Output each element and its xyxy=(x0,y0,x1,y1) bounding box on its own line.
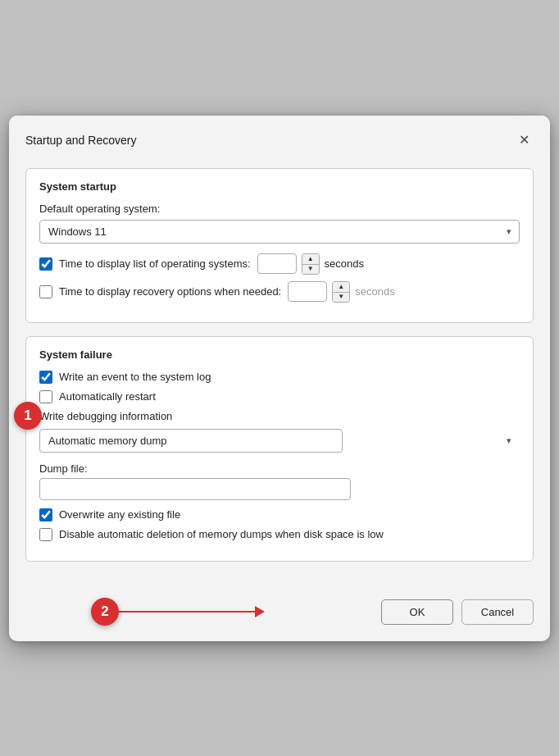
overwrite-checkbox[interactable] xyxy=(39,508,52,521)
display-list-up-button[interactable]: ▲ xyxy=(302,254,319,264)
display-list-down-button[interactable]: ▼ xyxy=(302,264,319,274)
dump-file-label: Dump file: xyxy=(39,462,520,475)
dump-select-wrapper: Automatic memory dump Complete memory du… xyxy=(39,429,520,453)
recovery-spinner-buttons: ▲ ▼ xyxy=(332,281,350,303)
disable-delete-checkbox[interactable] xyxy=(39,528,52,541)
recovery-input[interactable]: 30 xyxy=(288,281,327,302)
overwrite-row: Overwrite any existing file xyxy=(39,508,520,521)
disable-delete-row: Disable automatic deletion of memory dum… xyxy=(39,528,520,541)
write-event-row: Write an event to the system log xyxy=(39,371,520,384)
write-event-checkbox[interactable] xyxy=(39,371,52,384)
default-os-label: Default operating system: xyxy=(39,203,520,215)
title-bar: Startup and Recovery ✕ xyxy=(9,116,550,160)
recovery-down-button[interactable]: ▼ xyxy=(333,292,349,302)
overwrite-label[interactable]: Overwrite any existing file xyxy=(59,508,180,521)
auto-restart-checkbox[interactable] xyxy=(39,390,52,403)
system-failure-section: System failure Write an event to the sys… xyxy=(25,336,534,562)
close-button[interactable]: ✕ xyxy=(511,127,537,153)
display-list-row: Time to display list of operating system… xyxy=(39,253,520,275)
ok-button[interactable]: OK xyxy=(381,599,453,625)
dump-file-input[interactable]: %SystemRoot%\MEMORY.DMP xyxy=(39,478,351,500)
recovery-options-checkbox[interactable] xyxy=(39,285,52,298)
display-list-input[interactable]: 30 xyxy=(257,253,297,274)
recovery-unit: seconds xyxy=(355,285,394,298)
annotation-arrow-head xyxy=(255,606,265,617)
auto-restart-label[interactable]: Automatically restart xyxy=(59,390,156,403)
disable-delete-label[interactable]: Disable automatic deletion of memory dum… xyxy=(59,528,384,540)
dump-select-arrow-icon: ▾ xyxy=(507,435,511,446)
dialog-body: System startup Default operating system:… xyxy=(9,160,550,591)
annotation-2-circle: 2 xyxy=(91,598,119,626)
debug-info-label: Write debugging information xyxy=(39,410,520,422)
annotation-1-circle: 1 xyxy=(14,402,42,430)
annotation-2-container: 2 xyxy=(91,606,265,617)
cancel-button[interactable]: Cancel xyxy=(461,599,534,625)
dialog-footer: 2 OK Cancel xyxy=(9,591,550,641)
display-list-spinner-buttons: ▲ ▼ xyxy=(302,253,320,275)
startup-recovery-dialog: Startup and Recovery ✕ System startup De… xyxy=(9,116,550,641)
display-list-checkbox[interactable] xyxy=(39,257,52,271)
display-list-spinner: 30 ▲ ▼ seconds xyxy=(257,253,364,275)
auto-restart-row: Automatically restart xyxy=(39,390,520,403)
system-startup-label: System startup xyxy=(39,180,520,193)
os-select-wrapper: Windows 11 ▾ xyxy=(39,220,520,244)
system-failure-label: System failure xyxy=(39,348,520,361)
recovery-options-row: Time to display recovery options when ne… xyxy=(39,281,520,303)
write-event-label[interactable]: Write an event to the system log xyxy=(59,371,211,383)
recovery-options-label[interactable]: Time to display recovery options when ne… xyxy=(59,285,281,298)
system-failure-wrapper: 1 System failure Write an event to the s… xyxy=(25,336,534,562)
display-list-unit: seconds xyxy=(325,257,364,270)
dialog-title: Startup and Recovery xyxy=(25,134,136,147)
recovery-spinner: 30 ▲ ▼ seconds xyxy=(288,281,394,303)
recovery-up-button[interactable]: ▲ xyxy=(333,282,349,292)
display-list-label[interactable]: Time to display list of operating system… xyxy=(59,257,251,270)
os-select[interactable]: Windows 11 xyxy=(39,220,520,244)
dump-type-select[interactable]: Automatic memory dump Complete memory du… xyxy=(39,429,343,453)
system-startup-section: System startup Default operating system:… xyxy=(25,168,534,323)
